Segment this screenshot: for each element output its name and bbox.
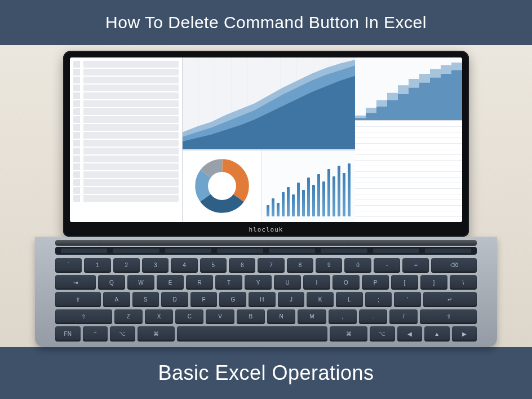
key: 1 bbox=[84, 258, 110, 273]
key: ▶ bbox=[452, 326, 477, 341]
area-chart-svg bbox=[183, 57, 355, 149]
footer-band: Basic Excel Operations bbox=[0, 347, 532, 399]
key: ⌘ bbox=[138, 326, 175, 341]
key: 4 bbox=[171, 258, 197, 273]
key-row: `1234567890-=⌫ bbox=[55, 258, 477, 273]
key: - bbox=[374, 258, 400, 273]
step-chart-svg bbox=[355, 57, 462, 121]
center-panel bbox=[183, 57, 355, 222]
sheet-row bbox=[73, 179, 179, 186]
key: 7 bbox=[258, 258, 284, 273]
sheet-row bbox=[73, 124, 179, 131]
touchbar-segment bbox=[321, 249, 367, 253]
donut-chart bbox=[183, 150, 262, 222]
key: Q bbox=[98, 275, 125, 290]
key: S bbox=[132, 292, 159, 307]
hero-area: hloclouk `1234567890-=⌫⇥QWERTYUIOP[]\⇪AS… bbox=[0, 45, 532, 347]
key-row: ⇪ASDFGHJKL;'↵ bbox=[55, 292, 477, 307]
laptop-illustration: hloclouk `1234567890-=⌫⇥QWERTYUIOP[]\⇪AS… bbox=[46, 51, 486, 347]
key: 0 bbox=[344, 258, 371, 273]
spreadsheet-sidebar bbox=[70, 57, 183, 222]
key: X bbox=[145, 309, 173, 324]
donut-svg bbox=[195, 159, 249, 213]
key: fn bbox=[55, 326, 81, 341]
key bbox=[177, 326, 327, 341]
laptop-keyboard: `1234567890-=⌫⇥QWERTYUIOP[]\⇪ASDFGHJKL;'… bbox=[55, 258, 477, 342]
bar bbox=[307, 178, 310, 216]
key-row: fn⌃⌥⌘ ⌘⌥◀▲▶ bbox=[55, 326, 477, 341]
laptop-touchbar bbox=[55, 247, 477, 255]
bar bbox=[327, 169, 330, 216]
touchbar-segment bbox=[165, 249, 211, 253]
key: ⌫ bbox=[431, 258, 476, 273]
touchbar-segment bbox=[269, 249, 315, 253]
key: C bbox=[175, 309, 203, 324]
sheet-row bbox=[73, 92, 179, 99]
bar bbox=[343, 173, 345, 216]
key: ⇥ bbox=[55, 275, 96, 290]
sheet-row bbox=[73, 195, 179, 202]
area-chart bbox=[183, 57, 355, 150]
sheet-row bbox=[73, 108, 179, 115]
key: 9 bbox=[316, 258, 342, 273]
key: 5 bbox=[200, 258, 227, 273]
right-panel bbox=[355, 57, 462, 222]
key: J bbox=[278, 292, 305, 307]
key: B bbox=[237, 309, 265, 324]
sheet-row bbox=[73, 69, 179, 76]
key: M bbox=[298, 309, 326, 324]
key: ⌘ bbox=[330, 326, 367, 341]
key: = bbox=[402, 258, 429, 273]
key: W bbox=[127, 275, 154, 290]
sheet-row bbox=[73, 132, 179, 139]
key: 3 bbox=[142, 258, 169, 273]
bar bbox=[277, 203, 280, 216]
sheet-row bbox=[73, 116, 179, 123]
key-row: ⇥QWERTYUIOP[]\ bbox=[55, 275, 477, 290]
key: O bbox=[333, 275, 360, 290]
key: \ bbox=[450, 275, 477, 290]
bar bbox=[348, 163, 351, 216]
data-grid bbox=[355, 121, 462, 221]
key: G bbox=[219, 292, 246, 307]
bar-chart bbox=[262, 150, 355, 222]
bar bbox=[333, 176, 335, 216]
bar bbox=[282, 192, 285, 216]
key: R bbox=[186, 275, 213, 290]
step-chart bbox=[355, 57, 462, 121]
bar bbox=[317, 174, 320, 216]
key: ⇪ bbox=[55, 292, 101, 307]
key: L bbox=[336, 292, 363, 307]
key: . bbox=[359, 309, 387, 324]
bottom-charts bbox=[183, 150, 355, 222]
tutorial-card: How To Delete Command Button In Excel bbox=[0, 0, 532, 399]
key: I bbox=[303, 275, 330, 290]
bar bbox=[302, 190, 305, 216]
key: T bbox=[215, 275, 242, 290]
sheet-row bbox=[73, 156, 179, 162]
key: ⌥ bbox=[370, 326, 395, 341]
key: ⌥ bbox=[110, 326, 135, 341]
laptop-screen-bezel: hloclouk bbox=[63, 51, 469, 237]
sheet-row bbox=[73, 163, 179, 170]
bar bbox=[322, 181, 325, 216]
bar bbox=[287, 187, 290, 216]
svg-marker-2 bbox=[183, 76, 355, 149]
bar bbox=[312, 185, 315, 216]
key: [ bbox=[391, 275, 418, 290]
header-band: How To Delete Command Button In Excel bbox=[0, 0, 532, 45]
bar bbox=[292, 194, 295, 216]
laptop-hinge bbox=[55, 240, 477, 246]
key: ⌃ bbox=[83, 326, 108, 341]
key: ⇧ bbox=[55, 309, 112, 324]
page-title: How To Delete Command Button In Excel bbox=[105, 13, 427, 32]
sheet-row bbox=[73, 187, 179, 194]
touchbar-segment bbox=[373, 249, 419, 253]
sheet-row bbox=[73, 140, 179, 147]
sheet-row bbox=[73, 100, 179, 107]
bar bbox=[297, 183, 300, 216]
sheet-row bbox=[73, 171, 179, 178]
laptop-screen bbox=[70, 57, 462, 222]
key: , bbox=[329, 309, 357, 324]
key: H bbox=[249, 292, 276, 307]
